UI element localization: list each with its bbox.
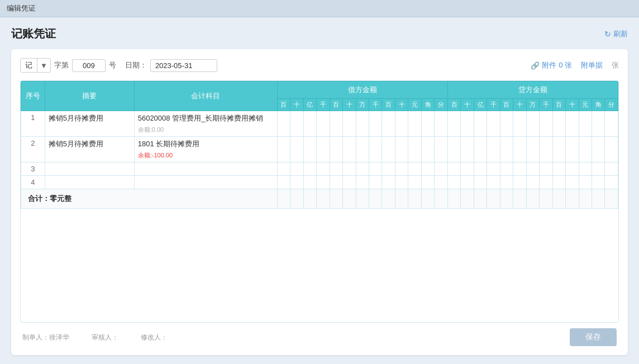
cell-credit-amount[interactable] <box>500 137 513 162</box>
cell-credit-amount[interactable] <box>552 162 565 176</box>
cell-debit-amount[interactable] <box>343 137 356 162</box>
voucher-type-selector[interactable]: 记 ▼ <box>20 58 51 73</box>
cell-debit-amount[interactable] <box>356 111 369 137</box>
cell-debit-amount[interactable] <box>382 137 395 162</box>
cell-debit-amount[interactable] <box>343 176 356 189</box>
cell-debit-amount[interactable] <box>369 162 382 176</box>
cell-credit-amount[interactable] <box>552 176 565 189</box>
cell-account[interactable]: 56020008 管理费用_长期待摊费用摊销余额:0.00 <box>134 111 277 137</box>
cell-credit-amount[interactable] <box>487 162 500 176</box>
cell-credit-amount[interactable] <box>447 137 460 162</box>
cell-credit-amount[interactable] <box>605 176 618 189</box>
cell-debit-amount[interactable] <box>395 162 408 176</box>
cell-debit-amount[interactable] <box>421 176 434 189</box>
cell-credit-amount[interactable] <box>592 137 604 162</box>
cell-credit-amount[interactable] <box>500 176 513 189</box>
cell-credit-amount[interactable] <box>474 137 487 162</box>
cell-summary[interactable] <box>45 176 134 189</box>
cell-credit-amount[interactable] <box>566 176 579 189</box>
cell-debit-amount[interactable] <box>343 162 356 176</box>
cell-debit-amount[interactable] <box>382 176 395 189</box>
cell-debit-amount[interactable] <box>421 162 434 176</box>
cell-debit-amount[interactable] <box>382 111 395 137</box>
cell-credit-amount[interactable] <box>605 137 618 162</box>
cell-debit-amount[interactable] <box>356 162 369 176</box>
cell-credit-amount[interactable] <box>513 162 526 176</box>
attachment-link[interactable]: 🔗 附件 0 张 <box>531 60 572 70</box>
cell-credit-amount[interactable] <box>474 176 487 189</box>
refresh-button[interactable]: ↻ 刷新 <box>604 29 628 39</box>
cell-credit-amount[interactable] <box>566 162 579 176</box>
cell-debit-amount[interactable] <box>421 111 434 137</box>
cell-debit-amount[interactable] <box>369 176 382 189</box>
cell-credit-amount[interactable] <box>500 162 513 176</box>
cell-summary[interactable]: 摊销5月待摊费用 <box>45 111 134 137</box>
cell-credit-amount[interactable] <box>540 111 552 137</box>
cell-debit-amount[interactable] <box>435 137 447 162</box>
cell-debit-amount[interactable] <box>421 137 434 162</box>
cell-debit-amount[interactable] <box>317 111 330 137</box>
cell-debit-amount[interactable] <box>277 162 290 176</box>
cell-debit-amount[interactable] <box>369 111 382 137</box>
cell-credit-amount[interactable] <box>526 162 539 176</box>
cell-credit-amount[interactable] <box>592 176 604 189</box>
cell-credit-amount[interactable] <box>447 176 460 189</box>
cell-debit-amount[interactable] <box>435 176 447 189</box>
cell-credit-amount[interactable] <box>552 111 565 137</box>
cell-account[interactable] <box>134 176 277 189</box>
cell-debit-amount[interactable] <box>317 162 330 176</box>
cell-debit-amount[interactable] <box>408 176 421 189</box>
cell-credit-amount[interactable] <box>579 111 592 137</box>
cell-credit-amount[interactable] <box>540 162 552 176</box>
cell-credit-amount[interactable] <box>447 162 460 176</box>
cell-debit-amount[interactable] <box>435 111 447 137</box>
cell-debit-amount[interactable] <box>330 137 342 162</box>
cell-credit-amount[interactable] <box>579 162 592 176</box>
cell-debit-amount[interactable] <box>408 111 421 137</box>
voucher-number-input[interactable] <box>72 59 106 72</box>
cell-credit-amount[interactable] <box>487 111 500 137</box>
cell-debit-amount[interactable] <box>330 176 342 189</box>
cell-credit-amount[interactable] <box>500 111 513 137</box>
cell-debit-amount[interactable] <box>408 162 421 176</box>
cell-credit-amount[interactable] <box>579 176 592 189</box>
cell-credit-amount[interactable] <box>592 162 604 176</box>
cell-credit-amount[interactable] <box>461 111 474 137</box>
cell-account[interactable]: 1801 长期待摊费用余额:-100.00 <box>134 137 277 162</box>
cell-debit-amount[interactable] <box>277 137 290 162</box>
cell-account[interactable] <box>134 162 277 176</box>
cell-credit-amount[interactable] <box>592 111 604 137</box>
cell-summary[interactable] <box>45 162 134 176</box>
cell-credit-amount[interactable] <box>474 162 487 176</box>
save-button[interactable]: 保存 <box>570 328 617 346</box>
cell-credit-amount[interactable] <box>487 176 500 189</box>
cell-credit-amount[interactable] <box>526 137 539 162</box>
cell-debit-amount[interactable] <box>330 111 342 137</box>
cell-debit-amount[interactable] <box>356 176 369 189</box>
cell-debit-amount[interactable] <box>369 137 382 162</box>
cell-debit-amount[interactable] <box>356 137 369 162</box>
cell-debit-amount[interactable] <box>290 162 303 176</box>
cell-debit-amount[interactable] <box>317 176 330 189</box>
cell-debit-amount[interactable] <box>303 162 316 176</box>
cell-debit-amount[interactable] <box>435 162 447 176</box>
cell-debit-amount[interactable] <box>277 111 290 137</box>
cell-credit-amount[interactable] <box>526 111 539 137</box>
cell-debit-amount[interactable] <box>395 111 408 137</box>
cell-debit-amount[interactable] <box>290 137 303 162</box>
cell-debit-amount[interactable] <box>303 111 316 137</box>
cell-debit-amount[interactable] <box>395 137 408 162</box>
cell-credit-amount[interactable] <box>513 176 526 189</box>
cell-debit-amount[interactable] <box>408 137 421 162</box>
cell-debit-amount[interactable] <box>303 176 316 189</box>
cell-debit-amount[interactable] <box>330 162 342 176</box>
cell-debit-amount[interactable] <box>382 162 395 176</box>
cell-credit-amount[interactable] <box>513 137 526 162</box>
cell-credit-amount[interactable] <box>487 137 500 162</box>
cell-credit-amount[interactable] <box>513 111 526 137</box>
cell-debit-amount[interactable] <box>290 176 303 189</box>
cell-credit-amount[interactable] <box>447 111 460 137</box>
cell-debit-amount[interactable] <box>303 137 316 162</box>
cell-summary[interactable]: 摊销5月待摊费用 <box>45 137 134 162</box>
cell-debit-amount[interactable] <box>317 137 330 162</box>
